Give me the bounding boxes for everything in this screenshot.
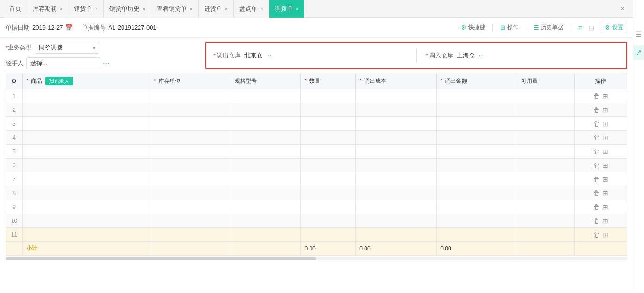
cell-amount[interactable] xyxy=(437,89,517,103)
cell-amount[interactable] xyxy=(437,131,517,145)
tab-close-inventory-init[interactable]: × xyxy=(60,6,62,12)
operation-action[interactable]: ⊞ 操作 xyxy=(500,24,518,31)
copy-icon[interactable]: ⊞ xyxy=(602,203,608,211)
handler-select[interactable]: 选择... xyxy=(26,57,100,69)
cell-unit[interactable] xyxy=(150,117,231,131)
cell-spec[interactable] xyxy=(231,159,301,172)
col-settings[interactable]: ⚙ xyxy=(6,73,23,89)
cell-available[interactable] xyxy=(517,228,575,242)
cell-cost[interactable] xyxy=(356,186,437,200)
cell-product[interactable] xyxy=(23,89,150,103)
cell-cost[interactable] xyxy=(356,103,437,117)
cell-cost[interactable] xyxy=(356,145,437,159)
sidebar-list-icon[interactable]: ☰ xyxy=(636,28,642,41)
cell-amount[interactable] xyxy=(437,186,517,200)
cell-qty[interactable] xyxy=(301,228,356,242)
cell-unit[interactable] xyxy=(150,200,231,214)
tab-transfer-order[interactable]: 调拨单 × xyxy=(269,0,304,18)
delete-icon[interactable]: 🗑 xyxy=(593,106,600,114)
tab-inventory-count[interactable]: 盘点单 × xyxy=(234,0,269,18)
cell-cost[interactable] xyxy=(356,228,437,242)
view-toggle-2[interactable]: ⊟ xyxy=(589,24,594,31)
tab-inventory-init[interactable]: 库存期初 × xyxy=(27,0,68,18)
cell-product[interactable] xyxy=(23,159,150,172)
warehouse-out-more-button[interactable]: ··· xyxy=(266,52,272,59)
cell-qty[interactable] xyxy=(301,89,356,103)
cell-available[interactable] xyxy=(517,131,575,145)
tab-close-purchase-order[interactable]: × xyxy=(225,6,228,12)
horizontal-scrollbar[interactable] xyxy=(6,257,627,260)
delete-icon[interactable]: 🗑 xyxy=(593,203,600,211)
copy-icon[interactable]: ⊞ xyxy=(602,92,608,100)
shortcut-action[interactable]: ⚙ 快捷键 xyxy=(461,24,485,31)
copy-icon[interactable]: ⊞ xyxy=(602,120,608,128)
copy-icon[interactable]: ⊞ xyxy=(602,176,608,183)
view-toggle-1[interactable]: ≡ xyxy=(578,24,582,31)
cell-unit[interactable] xyxy=(150,145,231,159)
tab-sales-order[interactable]: 销货单 × xyxy=(68,0,103,18)
cell-qty[interactable] xyxy=(301,159,356,172)
cell-available[interactable] xyxy=(517,172,575,186)
settings-button[interactable]: ⚙ 设置 xyxy=(601,22,627,33)
delete-icon[interactable]: 🗑 xyxy=(593,92,600,100)
copy-icon[interactable]: ⊞ xyxy=(602,162,608,169)
copy-icon[interactable]: ⊞ xyxy=(602,231,608,238)
cell-amount[interactable] xyxy=(437,228,517,242)
cell-product[interactable] xyxy=(23,186,150,200)
copy-icon[interactable]: ⊞ xyxy=(602,106,608,114)
cell-spec[interactable] xyxy=(231,89,301,103)
cell-cost[interactable] xyxy=(356,200,437,214)
cell-spec[interactable] xyxy=(231,200,301,214)
cell-available[interactable] xyxy=(517,200,575,214)
copy-icon[interactable]: ⊞ xyxy=(602,217,608,225)
delete-icon[interactable]: 🗑 xyxy=(593,120,600,128)
delete-icon[interactable]: 🗑 xyxy=(593,176,600,183)
tab-close-inventory-count[interactable]: × xyxy=(260,6,263,12)
business-type-select[interactable]: 同价调拨 ▾ xyxy=(35,42,99,54)
history-action[interactable]: ☰ 历史单据 xyxy=(534,24,563,31)
cell-amount[interactable] xyxy=(437,145,517,159)
cell-unit[interactable] xyxy=(150,103,231,117)
cell-cost[interactable] xyxy=(356,89,437,103)
copy-icon[interactable]: ⊞ xyxy=(602,148,608,155)
delete-icon[interactable]: 🗑 xyxy=(593,189,600,197)
cell-spec[interactable] xyxy=(231,145,301,159)
tab-purchase-order[interactable]: 进货单 × xyxy=(199,0,234,18)
cell-qty[interactable] xyxy=(301,117,356,131)
tab-close-transfer-order[interactable]: × xyxy=(296,6,298,12)
sidebar-expand-icon[interactable]: ⤢ xyxy=(633,45,644,60)
cell-spec[interactable] xyxy=(231,172,301,186)
warehouse-in-more-button[interactable]: ··· xyxy=(479,52,484,59)
cell-qty[interactable] xyxy=(301,200,356,214)
tab-home[interactable]: 首页 xyxy=(4,0,27,18)
copy-icon[interactable]: ⊞ xyxy=(602,189,608,197)
cell-spec[interactable] xyxy=(231,214,301,228)
cell-product[interactable] xyxy=(23,228,150,242)
cell-unit[interactable] xyxy=(150,131,231,145)
cell-product[interactable] xyxy=(23,145,150,159)
delete-icon[interactable]: 🗑 xyxy=(593,148,600,155)
cell-unit[interactable] xyxy=(150,186,231,200)
cell-unit[interactable] xyxy=(150,172,231,186)
cell-qty[interactable] xyxy=(301,145,356,159)
cell-amount[interactable] xyxy=(437,214,517,228)
copy-icon[interactable]: ⊞ xyxy=(602,134,608,141)
tab-sales-history[interactable]: 销货单历史 × xyxy=(104,0,151,18)
cell-spec[interactable] xyxy=(231,103,301,117)
cell-cost[interactable] xyxy=(356,214,437,228)
cell-amount[interactable] xyxy=(437,200,517,214)
delete-icon[interactable]: 🗑 xyxy=(593,231,600,238)
cell-available[interactable] xyxy=(517,103,575,117)
tab-close-view-sales[interactable]: × xyxy=(189,6,192,12)
cell-product[interactable] xyxy=(23,214,150,228)
close-all-tabs[interactable]: × xyxy=(616,5,629,13)
delete-icon[interactable]: 🗑 xyxy=(593,162,600,169)
handler-more-button[interactable]: ··· xyxy=(103,59,109,67)
cell-spec[interactable] xyxy=(231,228,301,242)
cell-product[interactable] xyxy=(23,103,150,117)
cell-available[interactable] xyxy=(517,186,575,200)
cell-qty[interactable] xyxy=(301,186,356,200)
table-gear-icon[interactable]: ⚙ xyxy=(12,78,17,85)
cell-unit[interactable] xyxy=(150,214,231,228)
cell-cost[interactable] xyxy=(356,131,437,145)
